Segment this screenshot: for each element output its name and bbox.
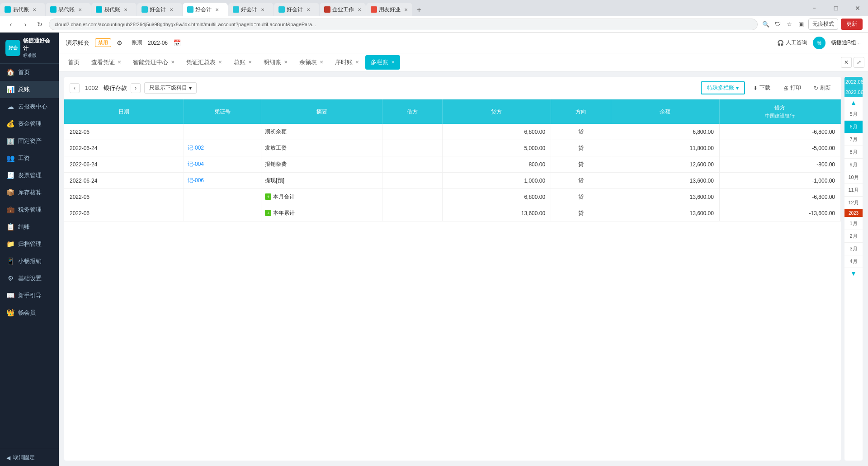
- browser-tab-3[interactable]: 易代账 ✕: [91, 3, 137, 16]
- maximize-button[interactable]: □: [826, 0, 846, 16]
- tab-balance-sheet[interactable]: 余额表 ✕: [294, 55, 329, 70]
- ledger-icon: 📊: [6, 85, 14, 94]
- tab-close-6[interactable]: ✕: [261, 7, 264, 12]
- minimize-button[interactable]: －: [804, 0, 825, 16]
- sidebar-item-payroll[interactable]: 👥 工资: [0, 150, 59, 167]
- time-item-mar[interactable]: 3月: [844, 243, 863, 255]
- print-button[interactable]: 🖨 打印: [778, 82, 806, 94]
- browser-tab-8[interactable]: 企业工作 ✕: [320, 3, 366, 16]
- tab-view-voucher[interactable]: 查看凭证 ✕: [86, 55, 127, 70]
- tab-close-smart-voucher[interactable]: ✕: [171, 60, 175, 65]
- update-button[interactable]: 更新: [841, 19, 863, 30]
- sub-account-filter-button[interactable]: 只显示下级科目 ▾: [144, 82, 197, 94]
- time-item-nov[interactable]: 11月: [844, 184, 863, 197]
- tab-journal[interactable]: 序时账 ✕: [330, 55, 364, 70]
- shield-icon[interactable]: 🛡: [773, 20, 782, 29]
- star-icon[interactable]: ☆: [785, 20, 794, 29]
- new-tab-button[interactable]: +: [413, 4, 425, 16]
- voucher-link-3[interactable]: 记-006: [188, 177, 204, 184]
- sidebar-item-invoice[interactable]: 🧾 发票管理: [0, 167, 59, 184]
- sidebar-item-settings[interactable]: ⚙ 基础设置: [0, 270, 59, 287]
- notrack-button[interactable]: 无痕模式: [808, 19, 838, 30]
- time-item-aug[interactable]: 8月: [844, 146, 863, 159]
- search-icon[interactable]: 🔍: [761, 20, 770, 29]
- time-scroll-down[interactable]: ▼: [844, 268, 863, 279]
- time-item-feb[interactable]: 2月: [844, 230, 863, 243]
- tab-close-balance-sheet[interactable]: ✕: [320, 60, 323, 65]
- sidebar-item-close[interactable]: 📋 结账: [0, 218, 59, 235]
- browser-tab-1[interactable]: 易代账 ✕: [0, 3, 45, 16]
- time-item-jun[interactable]: 6月: [844, 121, 863, 133]
- cell-voucher-1[interactable]: 记-002: [184, 140, 261, 156]
- tab-voucher-summary[interactable]: 凭证汇总表 ✕: [181, 55, 227, 70]
- cell-voucher-2[interactable]: 记-004: [184, 156, 261, 173]
- tab-multi-col[interactable]: 多栏账 ✕: [365, 55, 400, 70]
- tab-close-7[interactable]: ✕: [307, 7, 310, 12]
- service-button[interactable]: 🎧 人工咨询: [777, 39, 807, 47]
- sidebar-item-archive[interactable]: 📁 归档管理: [0, 235, 59, 253]
- tab-close-9[interactable]: ✕: [404, 7, 408, 12]
- reload-button[interactable]: ↻: [34, 19, 45, 30]
- sidebar-item-inventory[interactable]: 📦 库存核算: [0, 184, 59, 201]
- sidebar-item-member[interactable]: 👑 畅会员: [0, 304, 59, 321]
- voucher-link-2[interactable]: 记-004: [188, 161, 204, 167]
- tab-expand-button[interactable]: ⤢: [854, 57, 864, 68]
- browser-tab-4[interactable]: 好会计 ✕: [137, 3, 182, 16]
- tab-general-ledger[interactable]: 总账 ✕: [228, 55, 257, 70]
- time-item-jul[interactable]: 7月: [844, 133, 863, 146]
- time-item-may[interactable]: 5月: [844, 108, 863, 121]
- demo-badge-button[interactable]: 禁用: [95, 38, 111, 47]
- tab-close-8[interactable]: ✕: [358, 7, 361, 12]
- browser-tab-6[interactable]: 好会计 ✕: [228, 3, 274, 16]
- sidebar-item-expense[interactable]: 📱 小畅报销: [0, 253, 59, 270]
- browser-tab-2[interactable]: 易代账 ✕: [46, 3, 91, 16]
- tab-close-2[interactable]: ✕: [78, 7, 82, 12]
- sidebar-item-tax[interactable]: 💼 税务管理: [0, 201, 59, 218]
- tab-close-general-ledger[interactable]: ✕: [248, 60, 252, 65]
- sidebar-pin-toggle[interactable]: ◀ 取消固定: [0, 449, 59, 466]
- tab-close-view-voucher[interactable]: ✕: [118, 60, 121, 65]
- time-item-dec[interactable]: 12月: [844, 197, 863, 209]
- time-item-jan[interactable]: 1月: [844, 217, 863, 230]
- close-button[interactable]: ✕: [847, 0, 868, 16]
- sidebar-toggle-icon[interactable]: ▣: [797, 20, 806, 29]
- tab-close-4[interactable]: ✕: [170, 7, 173, 12]
- browser-tab-7[interactable]: 好会计 ✕: [274, 3, 319, 16]
- tab-smart-voucher[interactable]: 智能凭证中心 ✕: [127, 55, 180, 70]
- tab-close-journal[interactable]: ✕: [355, 60, 359, 65]
- sidebar-item-home[interactable]: 🏠 首页: [0, 64, 59, 81]
- app-wrapper: 好会 畅捷通好会计 标准版 🏠 首页 📊 总账 ☁ 云报表中心 💰 资金管理: [0, 33, 868, 466]
- cell-voucher-3[interactable]: 记-006: [184, 173, 261, 189]
- sidebar-item-cloud[interactable]: ☁ 云报表中心: [0, 98, 59, 115]
- calendar-icon[interactable]: 📅: [173, 39, 181, 47]
- tab-close-1[interactable]: ✕: [33, 7, 36, 12]
- browser-tab-5[interactable]: 好会计 ✕: [183, 3, 228, 16]
- back-button[interactable]: ‹: [5, 19, 16, 30]
- tab-close-5[interactable]: ✕: [215, 7, 219, 12]
- next-account-button[interactable]: ›: [131, 83, 141, 93]
- tab-close-multi-col[interactable]: ✕: [391, 60, 395, 65]
- tab-collapse-button[interactable]: ✕: [841, 57, 852, 68]
- tab-home[interactable]: 首页: [62, 55, 85, 70]
- time-item-oct[interactable]: 10月: [844, 171, 863, 184]
- download-button[interactable]: ⬇ 下载: [749, 82, 775, 94]
- time-item-sep[interactable]: 9月: [844, 159, 863, 171]
- sidebar-item-asset[interactable]: 🏢 固定资产: [0, 132, 59, 150]
- sidebar-item-guide[interactable]: 📖 新手引导: [0, 287, 59, 304]
- tab-close-3[interactable]: ✕: [124, 7, 127, 12]
- sidebar-item-fund[interactable]: 💰 资金管理: [0, 115, 59, 132]
- refresh-button[interactable]: ↻ 刷新: [809, 82, 835, 94]
- voucher-link-1[interactable]: 记-002: [188, 145, 204, 151]
- time-scroll-up[interactable]: ▲: [844, 97, 863, 108]
- forward-button[interactable]: ›: [20, 19, 31, 30]
- url-input[interactable]: cloud2.chanjet.com/accounting/uh26t264j5…: [49, 19, 758, 30]
- sidebar-item-ledger[interactable]: 📊 总账: [0, 81, 59, 98]
- prev-account-button[interactable]: ‹: [70, 83, 80, 93]
- tab-detail-ledger[interactable]: 明细账 ✕: [258, 55, 293, 70]
- browser-tab-9[interactable]: 用友好业 ✕: [366, 3, 412, 16]
- tab-close-voucher-summary[interactable]: ✕: [218, 60, 222, 65]
- tab-close-detail-ledger[interactable]: ✕: [284, 60, 288, 65]
- multi-col-type-button[interactable]: 特殊多栏账 ▾: [701, 81, 745, 94]
- time-item-apr[interactable]: 4月: [844, 255, 863, 268]
- header-settings-icon[interactable]: ⚙: [117, 39, 123, 47]
